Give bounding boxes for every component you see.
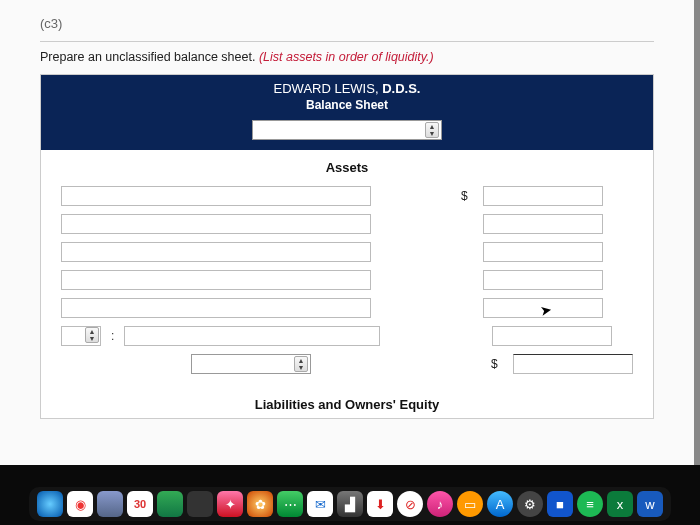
total-row: $	[61, 353, 633, 375]
asset-row	[61, 269, 633, 291]
instruction-plain: Prepare an unclassified balance sheet.	[40, 50, 259, 64]
asset-amount-input[interactable]	[483, 214, 603, 234]
adjustment-label-input[interactable]	[124, 326, 380, 346]
stepper-icon[interactable]	[425, 122, 439, 138]
total-label-select[interactable]	[191, 354, 311, 374]
instruction-hint: (List assets in order of liquidity.)	[259, 50, 434, 64]
asset-label-input[interactable]	[61, 214, 371, 234]
date-select[interactable]	[252, 120, 442, 140]
calendar-icon[interactable]: 30	[127, 491, 153, 517]
asset-amount-input[interactable]	[483, 242, 603, 262]
app-icon[interactable]: ⊘	[397, 491, 423, 517]
app-icon[interactable]: ⬇	[367, 491, 393, 517]
sheet-header: EDWARD LEWIS, D.D.S. Balance Sheet	[41, 75, 653, 116]
asset-label-input[interactable]	[61, 298, 371, 318]
calendar-day: 30	[134, 498, 146, 510]
currency-symbol: $	[461, 189, 473, 203]
date-select-row	[41, 116, 653, 150]
company-name: EDWARD LEWIS, D.D.S.	[41, 81, 653, 96]
excel-icon[interactable]: x	[607, 491, 633, 517]
colon: :	[111, 329, 114, 343]
app-icon[interactable]: ▟	[337, 491, 363, 517]
instruction-text: Prepare an unclassified balance sheet. (…	[40, 41, 654, 74]
asset-row	[61, 241, 633, 263]
assets-heading: Assets	[41, 150, 653, 181]
photos-icon[interactable]: ✿	[247, 491, 273, 517]
chrome-icon[interactable]: ◉	[67, 491, 93, 517]
word-icon[interactable]: w	[637, 491, 663, 517]
finder-icon[interactable]	[37, 491, 63, 517]
app-icon[interactable]: ■	[547, 491, 573, 517]
spotify-icon[interactable]: ≡	[577, 491, 603, 517]
books-icon[interactable]: ▭	[457, 491, 483, 517]
total-amount-input[interactable]	[513, 354, 633, 374]
currency-symbol: $	[491, 357, 503, 371]
asset-amount-input[interactable]	[483, 270, 603, 290]
appstore-icon[interactable]: A	[487, 491, 513, 517]
macos-dock: ◉ 30 ✦ ✿ ⋯ ✉ ▟ ⬇ ⊘ ♪ ▭ A ⚙ ■ ≡ x w	[29, 487, 671, 521]
assets-rows: $	[41, 181, 653, 387]
company-suffix: D.D.S.	[382, 81, 420, 96]
app-icon[interactable]	[157, 491, 183, 517]
app-icon[interactable]: ✦	[217, 491, 243, 517]
question-label: (c3)	[40, 10, 654, 41]
company-prefix: EDWARD LEWIS,	[274, 81, 383, 96]
stepper-icon[interactable]	[85, 327, 99, 343]
adjustment-amount-input[interactable]	[492, 326, 612, 346]
worksheet-page: (c3) Prepare an unclassified balance she…	[0, 0, 700, 465]
asset-label-input[interactable]	[61, 186, 371, 206]
liabilities-heading: Liabilities and Owners' Equity	[41, 387, 653, 418]
sign-select[interactable]	[61, 326, 101, 346]
asset-label-input[interactable]	[61, 242, 371, 262]
music-icon[interactable]: ♪	[427, 491, 453, 517]
messages-icon[interactable]: ⋯	[277, 491, 303, 517]
adjustment-row: :	[61, 325, 633, 347]
balance-sheet-worksheet: EDWARD LEWIS, D.D.S. Balance Sheet Asset…	[40, 74, 654, 419]
app-icon[interactable]	[97, 491, 123, 517]
mail-icon[interactable]: ✉	[307, 491, 333, 517]
mouse-cursor-icon: ➤	[539, 301, 554, 319]
asset-row: $	[61, 185, 633, 207]
asset-row	[61, 213, 633, 235]
app-icon[interactable]	[187, 491, 213, 517]
sheet-title: Balance Sheet	[41, 98, 653, 112]
asset-label-input[interactable]	[61, 270, 371, 290]
asset-amount-input[interactable]	[483, 186, 603, 206]
stepper-icon[interactable]	[294, 356, 308, 372]
settings-icon[interactable]: ⚙	[517, 491, 543, 517]
